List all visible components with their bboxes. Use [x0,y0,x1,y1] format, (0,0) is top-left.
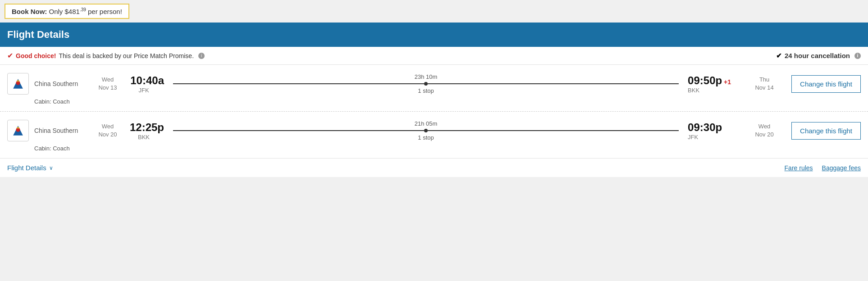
cabin-info: Cabin: Coach [7,98,861,105]
good-choice-label: Good choice! [16,52,56,59]
flight-duration-line: 21h 05m 1 stop [164,120,688,141]
flight-details-link[interactable]: Flight Details ∨ [7,164,53,172]
arrival-time: 09:50p +1 BKK [688,74,746,94]
book-now-price: $481 [65,8,80,15]
checkmark-black-icon: ✔ [776,52,782,60]
airline-logo [7,73,29,95]
change-flight-button[interactable]: Change this flight [791,75,861,93]
flight-row: China Southern WedNov 20 12:25p BKK 21h … [0,112,868,158]
promise-left: ✔ Good choice! This deal is backed by ou… [7,51,205,60]
footer-right-links: Fare rules Baggage fees [785,164,861,172]
flight-row: China Southern WedNov 13 10:40a JFK 23h … [0,65,868,112]
book-now-suffix: per person! [88,8,122,15]
flight-main: China Southern WedNov 13 10:40a JFK 23h … [7,73,861,95]
checkmark-red-icon: ✔ [7,51,13,60]
departure-date: WedNov 13 [92,76,123,92]
airline-name: China Southern [29,80,92,87]
cancellation-text: 24 hour cancellation [785,52,850,59]
cancellation-info-icon[interactable]: i [854,53,861,59]
airline-logo [7,120,29,141]
arrival-date: WedNov 20 [746,122,782,139]
departure-time: 10:40a JFK [123,74,164,94]
cancellation-bar: ✔ 24 hour cancellation i [776,52,861,60]
footer-flight-details-label: Flight Details [7,164,46,172]
baggage-fees-link[interactable]: Baggage fees [822,164,861,172]
flight-main: China Southern WedNov 20 12:25p BKK 21h … [7,120,861,141]
arrival-time: 09:30p JFK [688,121,746,140]
footer-bar: Flight Details ∨ Fare rules Baggage fees [0,158,868,177]
arrival-date: ThuNov 14 [746,76,782,92]
cabin-info: Cabin: Coach [7,145,861,152]
book-now-text: Only [49,8,65,15]
book-now-banner: Book Now: Only $481.39 per person! [5,4,129,19]
departure-time: 12:25p BKK [123,121,164,140]
promise-text: This deal is backed by our Price Match P… [59,52,194,59]
fare-rules-link[interactable]: Fare rules [785,164,813,172]
flights-container: China Southern WedNov 13 10:40a JFK 23h … [0,65,868,158]
change-flight-button[interactable]: Change this flight [791,122,861,140]
flight-details-header: Flight Details [0,23,868,47]
book-now-label: Book Now: [12,8,47,15]
promise-info-icon[interactable]: i [198,53,205,59]
promise-bar: ✔ Good choice! This deal is backed by ou… [0,47,868,65]
flight-duration-line: 23h 10m 1 stop [164,73,688,94]
chevron-down-icon: ∨ [49,165,53,171]
airline-name: China Southern [29,127,92,134]
book-now-price-super: .39 [80,7,86,12]
departure-date: WedNov 20 [92,122,123,139]
arr-plus-day: +1 [724,78,731,86]
